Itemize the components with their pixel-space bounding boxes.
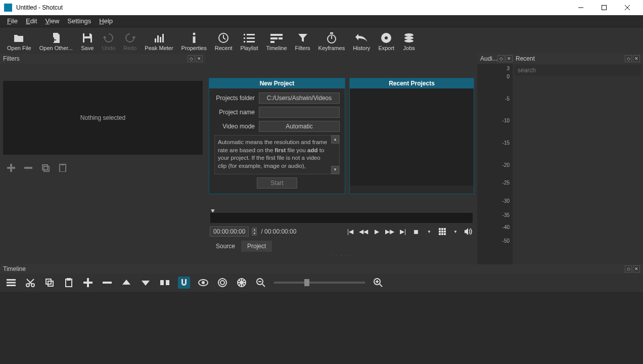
- center-area: New Project Projects folder C:/Users/Ash…: [206, 54, 477, 264]
- player-area: ▼ 00:00:00:00 ▲▼ / 00:00:00:00 |◀ ◀◀ ▶ ▶…: [208, 212, 475, 257]
- svg-rect-38: [61, 164, 64, 165]
- ripple-button[interactable]: [216, 277, 228, 289]
- projects-folder-select[interactable]: C:/Users/Ashwin/Videos: [259, 93, 340, 104]
- svg-rect-44: [444, 231, 446, 233]
- remove-button[interactable]: [101, 277, 113, 289]
- list-icon: [244, 31, 255, 44]
- filters-button[interactable]: Filters: [292, 30, 313, 52]
- recent-button[interactable]: Recent: [212, 30, 236, 52]
- zoom-dropdown[interactable]: ▼: [425, 227, 434, 236]
- undo-button[interactable]: Undo: [99, 30, 118, 52]
- svg-rect-7: [84, 38, 90, 42]
- main-area: Filters ◇ ✕ Nothing selected New Project: [0, 54, 643, 264]
- paste-button[interactable]: [63, 277, 75, 289]
- redo-button[interactable]: Redo: [120, 30, 140, 52]
- svg-rect-23: [279, 37, 283, 39]
- ripple-all-button[interactable]: [236, 277, 248, 289]
- audio-close-button[interactable]: ✕: [506, 55, 513, 62]
- timeline-menu-button[interactable]: [5, 277, 17, 289]
- open-other-button[interactable]: Open Other...: [36, 30, 76, 52]
- add-filter-button[interactable]: [5, 162, 17, 174]
- time-step-down[interactable]: ▼: [252, 232, 257, 236]
- timeline-icon: [270, 31, 283, 44]
- recent-panel: Recent ◇ ✕: [513, 54, 643, 264]
- start-button[interactable]: Start: [257, 177, 297, 189]
- keyframes-button[interactable]: Keyframes: [315, 30, 348, 52]
- close-button[interactable]: [616, 0, 639, 15]
- grid-dropdown[interactable]: ▼: [451, 227, 460, 236]
- resize-handle[interactable]: . . . . .: [210, 252, 473, 257]
- project-tab[interactable]: Project: [241, 241, 272, 252]
- copy-button[interactable]: [43, 277, 56, 289]
- svg-point-30: [404, 36, 414, 39]
- timeline-tracks[interactable]: [0, 292, 643, 364]
- append-button[interactable]: [82, 277, 94, 289]
- menu-edit[interactable]: Edit: [22, 16, 41, 26]
- audio-undock-button[interactable]: ◇: [497, 55, 504, 62]
- filters-panel-title: Filters: [3, 55, 188, 62]
- history-button[interactable]: History: [350, 30, 373, 52]
- timeline-close-button[interactable]: ✕: [633, 265, 640, 272]
- svg-point-12: [193, 32, 195, 35]
- cut-button[interactable]: [24, 277, 36, 289]
- properties-button[interactable]: Properties: [178, 30, 210, 52]
- recent-undock-button[interactable]: ◇: [625, 55, 632, 62]
- desc-scroll-up[interactable]: ▲: [331, 135, 339, 144]
- zoom-out-button[interactable]: [255, 277, 267, 289]
- svg-rect-47: [444, 233, 446, 235]
- filters-undock-button[interactable]: ◇: [188, 55, 195, 62]
- svg-rect-20: [247, 41, 255, 42]
- export-button[interactable]: Export: [375, 30, 397, 52]
- jobs-button[interactable]: Jobs: [399, 30, 419, 52]
- zoom-fit-button[interactable]: ◼: [411, 227, 421, 236]
- desc-scroll-down[interactable]: ▼: [331, 166, 339, 174]
- maximize-button[interactable]: [592, 0, 616, 15]
- split-button[interactable]: [159, 277, 171, 289]
- volume-button[interactable]: [464, 227, 473, 236]
- lift-button[interactable]: [120, 277, 132, 289]
- recent-search-input[interactable]: [515, 65, 641, 76]
- recent-projects-list[interactable]: [350, 88, 474, 186]
- skip-next-button[interactable]: ▶|: [398, 227, 407, 236]
- project-name-input[interactable]: [259, 107, 340, 118]
- zoom-slider[interactable]: [274, 282, 365, 284]
- current-time-input[interactable]: 00:00:00:00: [210, 226, 249, 237]
- zoom-in-button[interactable]: [372, 277, 384, 289]
- filters-close-button[interactable]: ✕: [196, 55, 203, 62]
- svg-rect-9: [157, 35, 159, 42]
- overwrite-button[interactable]: [140, 277, 152, 289]
- video-mode-select[interactable]: Automatic: [259, 121, 340, 132]
- skip-previous-button[interactable]: |◀: [346, 227, 355, 236]
- svg-point-31: [404, 39, 414, 42]
- copy-filter-button[interactable]: [39, 162, 52, 174]
- remove-filter-button[interactable]: [22, 162, 34, 174]
- scrub-bar[interactable]: [210, 212, 473, 223]
- grid-button[interactable]: [438, 227, 447, 236]
- playlist-button[interactable]: Playlist: [238, 30, 261, 52]
- peak-meter-button[interactable]: Peak Meter: [142, 30, 176, 52]
- svg-rect-13: [193, 36, 195, 43]
- timeline-undock-button[interactable]: ◇: [625, 265, 632, 272]
- svg-rect-18: [247, 37, 255, 39]
- recent-close-button[interactable]: ✕: [633, 55, 640, 62]
- timeline-button[interactable]: Timeline: [263, 30, 290, 52]
- open-file-button[interactable]: Open File: [4, 30, 34, 52]
- time-step-up[interactable]: ▲: [252, 228, 257, 232]
- audio-meter-panel: Audi... ◇ ✕ 3 0 -5 -10 -15 -20 -25 -30 -…: [477, 54, 513, 264]
- minimize-button[interactable]: [569, 0, 592, 15]
- menu-view[interactable]: View: [41, 16, 63, 26]
- paste-filter-button[interactable]: [57, 162, 69, 174]
- snap-button[interactable]: [178, 277, 190, 289]
- menubar: File Edit View Settings Help: [0, 15, 643, 27]
- rewind-button[interactable]: ◀◀: [359, 227, 368, 236]
- zoom-slider-handle[interactable]: [304, 279, 309, 286]
- scrub-audio-button[interactable]: [197, 277, 209, 289]
- fast-forward-button[interactable]: ▶▶: [385, 227, 394, 236]
- menu-file[interactable]: File: [3, 16, 22, 26]
- menu-settings[interactable]: Settings: [63, 16, 95, 26]
- peak-meter-icon: [153, 31, 164, 44]
- source-tab[interactable]: Source: [210, 241, 241, 252]
- save-button[interactable]: Save: [78, 30, 97, 52]
- play-button[interactable]: ▶: [372, 227, 381, 236]
- menu-help[interactable]: Help: [95, 16, 117, 26]
